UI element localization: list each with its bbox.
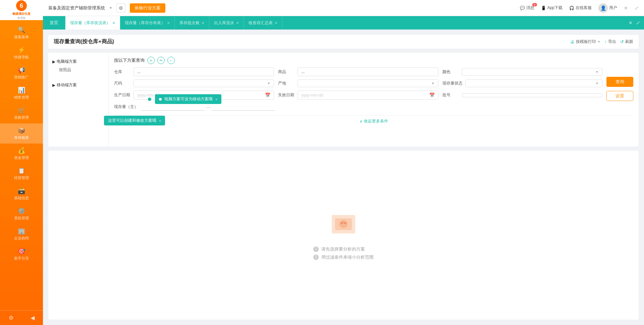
header-left: 装备及固定资产辅助管理系统 ▼ ⚙ 体验行业方案 [48, 3, 165, 13]
tab-inout[interactable]: 出入库流水 ✕ [209, 16, 244, 30]
avatar: 👤 [598, 3, 608, 13]
user-btn[interactable]: 👤 用户 [598, 3, 617, 13]
tab-expand-btn[interactable]: ⤢ [636, 20, 640, 25]
tab-inventory-status[interactable]: 现存量（库存状况表） ✕ [65, 16, 120, 30]
svg-point-3 [341, 222, 342, 224]
tab-home[interactable]: 首页 [43, 16, 65, 30]
filter-wrapper: ▶ 电脑端方案 按照品 ▶ 移动端方案 [48, 53, 639, 147]
stock-main-label: 现存量（主） [114, 104, 138, 110]
tab-inventory-status-close[interactable]: ✕ [112, 21, 115, 25]
print-btn[interactable]: 🖨 按模板打印 ▼ [570, 39, 601, 45]
filter-add-btn[interactable]: + [147, 57, 155, 64]
phone-icon: 📱 [541, 6, 546, 10]
pc-scheme-item[interactable]: 按照品 [52, 66, 104, 74]
filter-edit-btn[interactable]: ✏ [157, 57, 165, 64]
filter-color: 颜色 ▼ [442, 68, 602, 76]
tab-inventory-status-label: 现存量（库存状况表） [70, 20, 110, 26]
tab-inventory-dist[interactable]: 现存量（库存分布表） ✕ [120, 16, 175, 30]
origin-label: 产地 [278, 80, 295, 86]
color-label: 颜色 [442, 69, 459, 75]
basic-icon: 🗃️ [18, 187, 25, 195]
tab-batch[interactable]: 库存批次账 ✕ [175, 16, 209, 30]
header-settings-btn[interactable]: ⚙ [116, 3, 126, 13]
maximize-window-btn[interactable]: ⤢ [635, 5, 639, 11]
expire-date-placeholder: yyyy-mm-dd [301, 93, 428, 98]
header-right: 💬 消息 6 📱 App下载 🎧 在线客服 👤 用户 ✕ ⤢ [520, 3, 639, 13]
mobile-scheme-group-title[interactable]: ▶ 移动端方案 [52, 81, 104, 89]
tooltip-create-scheme: 这里可以创建和修改方案哦 × [104, 116, 165, 125]
sidebar-item-sales[interactable]: 📊 销售管理 [0, 83, 43, 103]
experience-btn[interactable]: 体验行业方案 [130, 3, 165, 13]
sidebar-item-purchase[interactable]: 🛒 采购管理 [0, 103, 43, 123]
sidebar-item-search[interactable]: 🔍 搜索菜单 [0, 23, 43, 43]
batch-label: 批号 [442, 92, 459, 98]
pc-scheme-group: ▶ 电脑端方案 按照品 [48, 56, 108, 75]
stock-status-select[interactable]: ▼ [465, 79, 602, 87]
tab-collect-label: 收发存汇总表 [249, 20, 273, 26]
pc-scheme-group-title[interactable]: ▶ 电脑端方案 [52, 57, 104, 66]
tab-collect[interactable]: 收发存汇总表 ✕ [244, 16, 282, 30]
message-btn[interactable]: 💬 消息 6 [520, 5, 534, 11]
goods-dots: ... [301, 69, 305, 74]
sidebar-item-newbie[interactable]: 🎯 新手引导 [0, 244, 43, 264]
sidebar-item-finance[interactable]: 💰 资金管理 [0, 144, 43, 164]
size-arrow: ▼ [267, 82, 270, 85]
tab-close-all-btn[interactable]: ✕ [629, 20, 633, 25]
tooltip2-close[interactable]: × [159, 119, 161, 123]
origin-select[interactable]: ▼ [298, 79, 438, 87]
sales-icon: 📊 [18, 87, 25, 94]
system-dropdown-icon[interactable]: ▼ [109, 6, 112, 10]
sidebar-item-guide[interactable]: ⚡ 快捷导航 [0, 43, 43, 63]
marketing-label: 营销推广 [14, 75, 29, 80]
export-btn[interactable]: ↑ 导出 [605, 39, 616, 45]
sidebar-item-inventory[interactable]: 📦 库存核算 [0, 123, 43, 144]
tab-batch-close[interactable]: ✕ [202, 21, 204, 25]
sidebar-item-system[interactable]: ⚙️ 系统管理 [0, 204, 43, 224]
tooltip1-close[interactable]: × [215, 97, 217, 101]
message-icon: 💬 [520, 6, 525, 10]
sidebar-collapse-btn[interactable]: ◀ [31, 315, 35, 321]
sidebar-item-enterprise[interactable]: 🏢 企业协同 [0, 224, 43, 244]
page-actions: 🖨 按模板打印 ▼ ↑ 导出 ↺ 刷新 [570, 39, 633, 45]
filter-header: 按以下方案查询 + ✏ ← [114, 57, 633, 64]
sidebar-settings-btn[interactable]: ⚙ [9, 315, 13, 321]
tab-collect-close[interactable]: ✕ [275, 21, 277, 25]
refresh-btn[interactable]: ↺ 刷新 [620, 39, 633, 45]
collapse-btn[interactable]: ∧ 收起更多条件 [114, 115, 633, 127]
expire-date-icon: 📅 [429, 93, 435, 98]
stock-range-min[interactable] [141, 103, 204, 111]
purchase-label: 采购管理 [14, 115, 29, 120]
tab-inout-close[interactable]: ✕ [236, 21, 239, 25]
expire-date-input[interactable]: yyyy-mm-dd 📅 [298, 91, 438, 100]
size-select[interactable]: ▼ [133, 79, 274, 87]
headset-icon: 🎧 [569, 6, 574, 10]
refresh-icon: ↺ [620, 39, 624, 44]
inventory-icon: 📦 [18, 127, 25, 134]
sidebar-item-marketing[interactable]: 📢 营销推广 [0, 63, 43, 83]
online-support-btn[interactable]: 🎧 在线客服 [569, 5, 592, 11]
color-select[interactable]: ▼ [462, 68, 602, 76]
sidebar: 6 畅捷通好生意 标准版 🔍 搜索菜单 ⚡ 快捷导航 📢 营销推广 📊 销售管理… [0, 0, 43, 325]
search-btn[interactable]: 查询 [606, 77, 633, 87]
tab-inout-label: 出入库流水 [214, 20, 234, 26]
sidebar-item-operation[interactable]: 📋 经营管理 [0, 164, 43, 184]
close-window-btn[interactable]: ✕ [624, 5, 628, 11]
sidebar-item-basic[interactable]: 🗃️ 基础信息 [0, 184, 43, 204]
system-icon: ⚙️ [18, 207, 25, 215]
page-container: 现存量查询(按仓库+商品) 🖨 按模板打印 ▼ ↑ 导出 ↺ 刷新 [43, 30, 644, 325]
filter-arrow-btn[interactable]: ← [167, 57, 175, 64]
filter-row-4: 现存量（主） — [114, 103, 602, 111]
reset-btn[interactable]: 设置 [606, 91, 633, 101]
batch-input[interactable] [462, 93, 602, 97]
empty-tip-2: 2 用过滤条件来缩小分析范围 [313, 254, 374, 260]
sidebar-nav: 🔍 搜索菜单 ⚡ 快捷导航 📢 营销推广 📊 销售管理 🛒 采购管理 📦 库存核… [0, 20, 43, 310]
goods-select[interactable]: ... [298, 67, 438, 76]
stock-range-max[interactable] [212, 103, 275, 111]
warehouse-select[interactable]: ... [133, 67, 274, 76]
tooltip2-text: 这里可以创建和修改方案哦 [108, 118, 156, 123]
app-download-btn[interactable]: 📱 App下载 [541, 5, 562, 11]
collapse-icon: ∧ [360, 119, 363, 124]
tab-inventory-dist-close[interactable]: ✕ [167, 21, 170, 25]
connector-dot-1 [148, 98, 151, 101]
newbie-icon: 🎯 [18, 248, 25, 255]
